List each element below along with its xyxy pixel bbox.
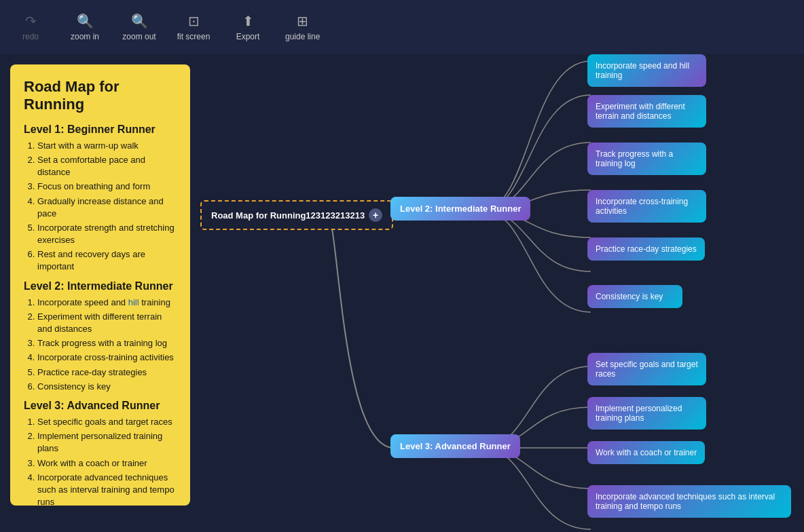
detail-label: Incorporate cross-training activities (596, 197, 688, 216)
detail-label: Consistency is key (596, 292, 663, 301)
export-button[interactable]: ⬆ Export (231, 13, 265, 41)
list-item: Gradually increase distance and pace (37, 195, 177, 220)
redo-button[interactable]: ↷ redo (14, 13, 48, 41)
detail-label: Track progress with a training log (596, 149, 673, 168)
list-item: Start with a warm-up walk (37, 140, 177, 152)
level1-list: Start with a warm-up walk Set a comforta… (24, 140, 177, 273)
sidebar-title: Road Map for Running (24, 78, 177, 114)
toolbar: ↷ redo 🔍 zoom in 🔍 zoom out ⊡ fit screen… (0, 0, 804, 54)
level2-node[interactable]: Level 2: Intermediate Runner (390, 197, 530, 221)
detail-label: Implement personalized training plans (596, 404, 682, 423)
detail-label: Practice race-day strategies (596, 244, 697, 254)
level2-node-label: Level 2: Intermediate Runner (400, 204, 521, 214)
export-label: Export (236, 32, 260, 41)
root-node-label: Road Map for Running123123213213 (211, 210, 365, 221)
fit-screen-icon: ⊡ (188, 13, 200, 29)
guide-line-label: guide line (285, 32, 320, 41)
export-icon: ⬆ (242, 13, 254, 29)
level2-heading: Level 2: Intermediate Runner (24, 280, 177, 292)
detail-node-l2-3: Track progress with a training log (587, 142, 706, 175)
detail-node-l3-3: Work with a coach or trainer (587, 441, 705, 464)
detail-label: Work with a coach or trainer (596, 448, 697, 457)
detail-label: Incorporate advanced techniques such as … (596, 492, 775, 511)
detail-node-l2-1: Incorporate speed and hill training (587, 54, 706, 87)
detail-node-l3-2: Implement personalized training plans (587, 397, 706, 430)
list-item: Track progress with a training log (37, 337, 177, 349)
list-item: Consistency is key (37, 381, 177, 393)
redo-label: redo (22, 32, 39, 41)
list-item: Rest and recovery days are important (37, 248, 177, 273)
guide-line-button[interactable]: ⊞ guide line (285, 13, 320, 41)
list-item: Set specific goals and target races (37, 416, 177, 428)
fit-screen-label: fit screen (177, 32, 211, 41)
list-item: Set a comfortable pace and distance (37, 154, 177, 178)
level2-list: Incorporate speed and hill training Expe… (24, 297, 177, 393)
level3-list: Set specific goals and target races Impl… (24, 416, 177, 506)
root-node[interactable]: Road Map for Running123123213213 + (200, 200, 393, 230)
zoom-in-label: zoom in (71, 32, 99, 41)
detail-node-l2-4: Incorporate cross-training activities (587, 190, 706, 223)
list-item: Implement personalized training plans (37, 430, 177, 455)
zoom-in-button[interactable]: 🔍 zoom in (68, 13, 102, 41)
list-item: Experiment with different terrain and di… (37, 311, 177, 335)
list-item: Incorporate strength and stretching exer… (37, 222, 177, 246)
list-item: Focus on breathing and form (37, 180, 177, 193)
fit-screen-button[interactable]: ⊡ fit screen (177, 13, 211, 41)
detail-node-l3-4: Incorporate advanced techniques such as … (587, 485, 791, 518)
sidebar-panel: Road Map for Running Level 1: Beginner R… (10, 64, 190, 506)
redo-icon: ↷ (25, 13, 37, 29)
detail-node-l2-2: Experiment with different terrain and di… (587, 95, 706, 128)
detail-label: Experiment with different terrain and di… (596, 102, 685, 121)
detail-label: Set specific goals and target races (596, 360, 698, 379)
detail-label: Incorporate speed and hill training (596, 61, 689, 80)
level3-node-label: Level 3: Advanced Runner (400, 441, 511, 451)
level1-heading: Level 1: Beginner Runner (24, 124, 177, 136)
level3-heading: Level 3: Advanced Runner (24, 400, 177, 412)
list-item: Incorporate cross-training activities (37, 352, 177, 364)
level3-node[interactable]: Level 3: Advanced Runner (390, 434, 520, 458)
list-item: Work with a coach or trainer (37, 457, 177, 470)
zoom-out-label: zoom out (122, 32, 156, 41)
detail-node-l2-6: Consistency is key (587, 285, 682, 308)
detail-node-l3-1: Set specific goals and target races (587, 353, 706, 385)
list-item: Incorporate advanced techniques such as … (37, 472, 177, 506)
detail-node-l2-5: Practice race-day strategies (587, 238, 705, 261)
list-item: Incorporate speed and hill training (37, 297, 177, 309)
guide-line-icon: ⊞ (297, 13, 308, 29)
zoom-out-icon: 🔍 (131, 13, 148, 29)
add-child-button[interactable]: + (369, 208, 382, 222)
zoom-out-button[interactable]: 🔍 zoom out (122, 13, 156, 41)
list-item: Practice race-day strategies (37, 366, 177, 379)
zoom-in-icon: 🔍 (77, 13, 94, 29)
